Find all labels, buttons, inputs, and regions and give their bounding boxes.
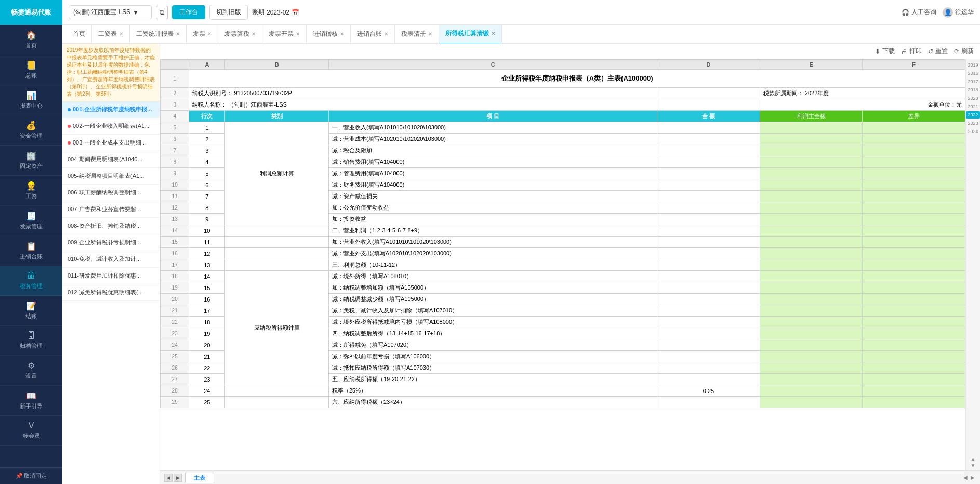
copy-icon-btn[interactable]: ⧉ xyxy=(156,6,168,19)
list-item-007[interactable]: 007-广告费和业务宣传费超... xyxy=(62,201,160,218)
year-2021[interactable]: 2021 xyxy=(966,103,979,110)
col-label-D: 全 额 xyxy=(657,111,760,122)
sidebar-item-archive[interactable]: 🗄 归档管理 xyxy=(0,326,62,356)
tab-income-tax[interactable]: 所得税汇算清缴 ✕ xyxy=(439,25,502,44)
main-area: (勾删) 江西服宝-LSS ▼ ⧉ 工作台 切到旧版 账期 2023-02 📅 … xyxy=(62,0,980,484)
tabs-bar: 首页 工资表 ✕ 工资统计报表 ✕ 发票 ✕ 发票算税 ✕ 发票开票 ✕ 进销稽… xyxy=(62,25,980,44)
list-item-005[interactable]: 005-纳税调整项目明细表(A1... xyxy=(62,168,160,185)
sidebar-unpin-button[interactable]: 📌 取消固定 xyxy=(0,467,62,484)
download-icon: ⬇ xyxy=(875,48,880,55)
sidebar-item-close[interactable]: 📝 结账 xyxy=(0,296,62,326)
sidebar-item-salary[interactable]: 👷 工资 xyxy=(0,176,62,206)
year-2016[interactable]: 2016 xyxy=(966,70,979,77)
tab-tax-table[interactable]: 税表清册 ✕ xyxy=(395,25,439,44)
col-label-B: 类别 xyxy=(225,111,329,122)
sheet-next-button[interactable]: ▶ xyxy=(174,474,182,482)
tab-close-invoice[interactable]: ✕ xyxy=(207,31,211,37)
list-item-003[interactable]: 003-一般企业成本支出明细... xyxy=(62,135,160,151)
print-icon: 🖨 xyxy=(901,48,907,55)
spreadsheet-title: 企业所得税年度纳税申报表（A类）主表(A100000) xyxy=(189,70,965,88)
download-button[interactable]: ⬇ 下载 xyxy=(875,47,895,56)
sidebar-item-tax[interactable]: 🏛 税务管理 xyxy=(0,266,62,296)
tab-close-salary-stats[interactable]: ✕ xyxy=(176,31,180,37)
tab-salary[interactable]: 工资表 ✕ xyxy=(92,25,130,44)
sidebar-item-reports[interactable]: 📊 报表中心 xyxy=(0,85,62,115)
list-item-011[interactable]: 011-研发费用加计扣除优惠... xyxy=(62,268,160,284)
sidebar-item-sales-ledger[interactable]: 📋 进销台账 xyxy=(0,236,62,266)
tab-close-sales-book[interactable]: ✕ xyxy=(384,31,388,37)
user-profile[interactable]: 👤 徐运华 xyxy=(943,7,974,18)
tab-close-tax-table[interactable]: ✕ xyxy=(428,31,432,37)
table-row: 1 企业所得税年度纳税申报表（A类）主表(A100000) xyxy=(161,70,965,88)
col-header-A: A xyxy=(189,60,225,70)
spreadsheet-panel: ⬇ 下载 🖨 打印 ↺ 重置 ⟳ 刷新 xyxy=(160,44,980,484)
sidebar-item-home[interactable]: 🏠 首页 xyxy=(0,25,62,55)
print-button[interactable]: 🖨 打印 xyxy=(901,47,922,56)
year-2024[interactable]: 2024 xyxy=(966,128,979,135)
workbench-button[interactable]: 工作台 xyxy=(172,5,205,19)
sidebar-item-settings[interactable]: ⚙ 设置 xyxy=(0,356,62,386)
tab-sales-book[interactable]: 进销台账 ✕ xyxy=(351,25,395,44)
year-2022[interactable]: 2022 xyxy=(966,111,979,119)
table-row: 5 1 利润总额计算 一、营业收入(填写A101010\101020\10300… xyxy=(161,122,965,134)
list-item-001[interactable]: 001-企业所得税年度纳税申报... xyxy=(62,101,160,118)
list-item-006[interactable]: 006-职工薪酬纳税调整明细... xyxy=(62,185,160,201)
table-row: 18 14 应纳税所得额计算 减：境外所得（填写A108010） xyxy=(161,271,965,282)
ledger-icon: 📒 xyxy=(26,60,36,70)
list-item-012[interactable]: 012-减免所得税优惠明细表(... xyxy=(62,284,160,301)
list-item-010[interactable]: 010-免税、减计收入及加计... xyxy=(62,251,160,268)
tab-close-sales-audit[interactable]: ✕ xyxy=(340,31,344,37)
tab-home[interactable]: 首页 xyxy=(67,25,92,44)
assets-icon: 🏢 xyxy=(26,151,36,161)
refresh-button[interactable]: ⟳ 刷新 xyxy=(954,47,974,56)
list-item-002[interactable]: 002-一般企业收入明细表(A1... xyxy=(62,118,160,135)
sheet-tabs-bar: ◀ ▶ 主表 ◀ ▶ xyxy=(160,470,980,484)
calendar-icon[interactable]: 📅 xyxy=(292,9,299,16)
list-item-009[interactable]: 009-企业所得税补亏损明细... xyxy=(62,234,160,251)
year-2023[interactable]: 2023 xyxy=(966,120,979,127)
taxpayer-id-cell: 纳税人识别号： 91320500703719732P xyxy=(189,88,657,99)
sheet-prev-button[interactable]: ◀ xyxy=(164,474,173,482)
sidebar-item-invoice-mgmt[interactable]: 🧾 发票管理 xyxy=(0,206,62,236)
sidebar-item-assets[interactable]: 🏢 固定资产 xyxy=(0,146,62,176)
tab-salary-stats[interactable]: 工资统计报表 ✕ xyxy=(130,25,187,44)
company-selector[interactable]: (勾删) 江西服宝-LSS ▼ xyxy=(69,5,152,19)
sheet-tab-main[interactable]: 主表 xyxy=(185,473,214,483)
col-header-F: F xyxy=(863,60,965,70)
year-2020[interactable]: 2020 xyxy=(966,95,979,102)
tab-close-salary[interactable]: ✕ xyxy=(119,31,123,37)
tab-close-invoice-open[interactable]: ✕ xyxy=(296,31,300,37)
table-row: 2 纳税人识别号： 91320500703719732P 税款所属期间： 202… xyxy=(161,88,965,99)
scrollbar-right[interactable]: ▶ xyxy=(970,474,976,481)
home-tab-label: 首页 xyxy=(73,30,85,38)
sidebar-item-guide[interactable]: 📖 新手引导 xyxy=(0,386,62,416)
reset-button[interactable]: ↺ 重置 xyxy=(928,47,948,56)
list-item-004[interactable]: 004-期间费用明细表(A1040... xyxy=(62,151,160,168)
scrollbar-left[interactable]: ◀ xyxy=(962,474,969,481)
ai-consult[interactable]: 🎧 人工咨询 xyxy=(902,8,936,17)
year-2018[interactable]: 2018 xyxy=(966,86,979,94)
sidebar-item-finance[interactable]: 💰 资金管理 xyxy=(0,115,62,146)
sidebar-item-member[interactable]: V 畅会员 xyxy=(0,416,62,446)
year-2017[interactable]: 2017 xyxy=(966,78,979,85)
year-2019[interactable]: 2019 xyxy=(966,61,979,69)
invoice-mgmt-icon: 🧾 xyxy=(26,211,36,221)
tab-invoice[interactable]: 发票 ✕ xyxy=(187,25,218,44)
spreadsheet-container[interactable]: A B C D E F 1 企业所 xyxy=(160,59,965,470)
col-label-F: 差异 xyxy=(863,111,965,122)
sidebar-item-ledger[interactable]: 📒 总账 xyxy=(0,55,62,85)
finance-icon: 💰 xyxy=(26,121,36,130)
tab-sales-audit[interactable]: 进销稽核 ✕ xyxy=(307,25,351,44)
tab-invoice-open[interactable]: 发票开票 ✕ xyxy=(262,25,307,44)
dot-002 xyxy=(68,125,71,128)
dot-003 xyxy=(68,141,71,145)
member-icon: V xyxy=(29,421,34,430)
tab-close-invoice-tax[interactable]: ✕ xyxy=(251,31,256,37)
scroll-down-btn[interactable]: ▼ xyxy=(971,463,976,468)
scroll-up-btn[interactable]: ▲ xyxy=(971,456,976,462)
tab-close-income-tax[interactable]: ✕ xyxy=(491,31,495,36)
list-item-008[interactable]: 008-资产折旧、摊销及纳税... xyxy=(62,218,160,234)
table-row-header: 4 行次 类别 项 目 全 额 利润主全额 差异 xyxy=(161,111,965,122)
tab-invoice-tax[interactable]: 发票算税 ✕ xyxy=(218,25,262,44)
switch-version-button[interactable]: 切到旧版 xyxy=(209,5,248,20)
